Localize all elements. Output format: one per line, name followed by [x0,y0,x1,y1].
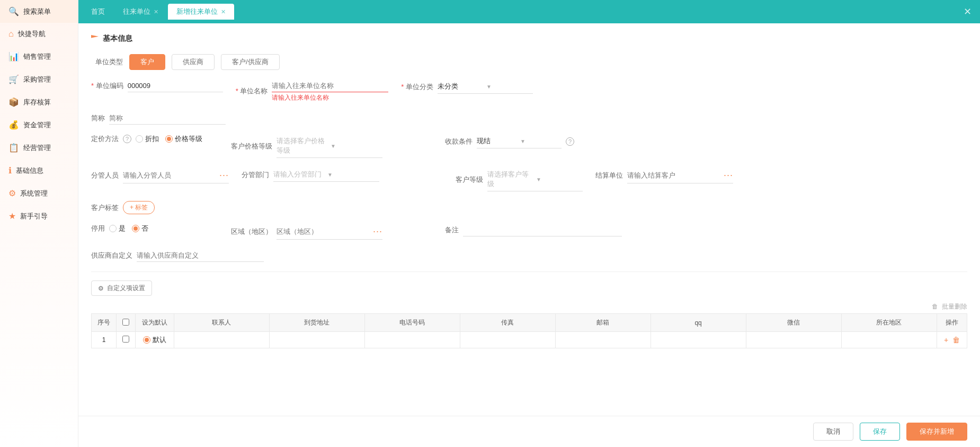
window-close-button[interactable]: ✕ [959,6,976,17]
sidebar-item-nav[interactable]: ⌂ 快捷导航 [0,23,78,45]
disable-yes[interactable]: 是 [109,224,126,233]
qq-input[interactable] [656,336,741,344]
unit-code-label: 单位编码 [91,81,123,91]
manager-more-btn[interactable]: ··· [219,170,229,181]
cell-wechat[interactable] [746,332,841,348]
cell-qq[interactable] [651,332,746,348]
manager-input-wrap: ··· [123,168,229,183]
contact-input[interactable] [180,336,264,344]
customer-level-select[interactable]: 请选择客户等级 ▼ [487,168,583,191]
save-button[interactable]: 保存 [860,423,900,441]
email-input[interactable] [561,336,645,344]
customer-price-select[interactable]: 请选择客户价格等级 ▼ [277,134,382,158]
tab-contacts-close[interactable]: ✕ [154,8,158,15]
sidebar-item-sales[interactable]: 📊 销售管理 [0,45,78,68]
unit-type-both[interactable]: 客户/供应商 [221,54,280,70]
group-disable: 停用 是 否 [91,224,218,233]
fax-input[interactable] [466,336,550,344]
settlement-unit-more-btn[interactable]: ··· [724,170,733,181]
row-tags: 客户标签 + 标签 [91,201,967,214]
group-customer-level: 客户等级 请选择客户等级 ▼ [456,168,583,191]
add-row-button[interactable]: + [943,336,949,344]
unit-category-value: 未分类 [438,82,484,91]
settlement-unit-input-wrap: ··· [627,168,733,183]
payment-help-icon[interactable]: ? [566,137,574,146]
default-radio[interactable] [143,336,150,344]
unit-type-customer[interactable]: 客户 [129,54,165,70]
sidebar-item-guide[interactable]: ★ 新手引导 [0,205,78,227]
remark-input[interactable] [463,224,622,236]
unit-name-label: 单位名称 [236,86,268,96]
cell-location[interactable] [841,332,937,348]
payment-terms-select[interactable]: 现结 ▼ [477,134,562,148]
sidebar-label-basic-info: 基础信息 [16,166,43,176]
sidebar-item-operations[interactable]: 📋 经营管理 [0,136,78,159]
custom-settings-button[interactable]: ⚙ 自定义项设置 [91,281,152,296]
short-name-label: 简称 [91,113,105,123]
cell-phone[interactable] [364,332,460,348]
batch-delete-label[interactable]: 批量删除 [942,303,967,310]
pricing-help-icon[interactable]: ? [123,135,131,143]
phone-input[interactable] [370,336,455,344]
pricing-level[interactable]: 价格等级 [165,134,202,144]
region-more-btn[interactable]: ··· [373,226,382,237]
delete-row-button[interactable]: 🗑 [951,336,961,344]
row-supplier-custom: 供应商自定义 [91,249,967,262]
cancel-button[interactable]: 取消 [813,423,853,441]
customer-level-label: 客户等级 [456,175,483,185]
settlement-unit-input[interactable] [627,171,724,179]
table-select-all[interactable] [122,319,129,326]
sidebar-item-search[interactable]: 🔍 搜索菜单 [0,0,78,23]
flag-icon [91,35,99,42]
sidebar-item-purchase[interactable]: 🛒 采购管理 [0,68,78,91]
unit-category-arrow: ▼ [486,84,533,90]
col-qq: qq [651,314,746,332]
unit-type-supplier[interactable]: 供应商 [172,54,215,70]
cell-email[interactable] [555,332,651,348]
info-icon: ℹ [8,165,12,176]
pricing-discount-radio[interactable] [136,135,143,143]
tab-contacts[interactable]: 往来单位 ✕ [114,4,167,20]
short-name-input[interactable] [109,112,226,125]
tab-new-contact[interactable]: 新增往来单位 ✕ [168,4,234,20]
sidebar-item-basic-info[interactable]: ℹ 基础信息 [0,159,78,182]
cell-address[interactable] [269,332,364,348]
row-checkbox[interactable] [122,336,129,343]
main-area: 首页 往来单位 ✕ 新增往来单位 ✕ ✕ 基本信息 单位类型 客户 供应商 客户… [78,0,980,447]
unit-code-input[interactable] [128,80,223,92]
disable-yes-radio[interactable] [109,225,117,232]
location-input[interactable] [847,336,931,344]
pricing-level-radio[interactable] [165,135,173,143]
disable-no[interactable]: 否 [132,224,148,233]
settlement-unit-label: 结算单位 [595,171,623,180]
cell-fax[interactable] [460,332,555,348]
tab-home[interactable]: 首页 [83,4,113,20]
sidebar-item-finance[interactable]: 💰 资金管理 [0,113,78,136]
add-tag-button[interactable]: + 标签 [123,201,155,214]
group-tags: 客户标签 + 标签 [91,201,218,214]
pricing-discount[interactable]: 折扣 [136,134,159,144]
section-divider [91,271,967,272]
group-manager: 分管人员 ··· [91,168,229,183]
unit-name-input[interactable] [272,80,388,92]
unit-category-select[interactable]: 未分类 ▼ [438,80,533,94]
inventory-icon: 📦 [8,97,19,107]
region-input-wrap: ··· [277,224,382,240]
sidebar-item-system[interactable]: ⚙ 系统管理 [0,182,78,205]
group-customer-price: 客户价格等级 请选择客户价格等级 ▼ [231,134,432,158]
disable-no-radio[interactable] [132,225,139,232]
save-and-new-button[interactable]: 保存并新增 [906,423,967,441]
tab-new-contact-close[interactable]: ✕ [221,8,226,15]
dept-select[interactable]: 请输入分管部门 ▼ [273,168,379,182]
cell-seq: 1 [92,332,117,348]
row-disable-region: 停用 是 否 区域（地区） ··· [91,224,967,240]
manager-input[interactable] [123,171,219,179]
sidebar-item-inventory[interactable]: 📦 库存核算 [0,91,78,113]
region-input[interactable] [277,227,373,235]
cell-contact[interactable] [174,332,269,348]
pricing-radio-group: 折扣 价格等级 [136,134,202,144]
address-input[interactable] [275,336,359,344]
wechat-input[interactable] [752,336,836,344]
sidebar-label-nav: 快捷导航 [18,29,46,39]
supplier-custom-input[interactable] [137,249,264,262]
